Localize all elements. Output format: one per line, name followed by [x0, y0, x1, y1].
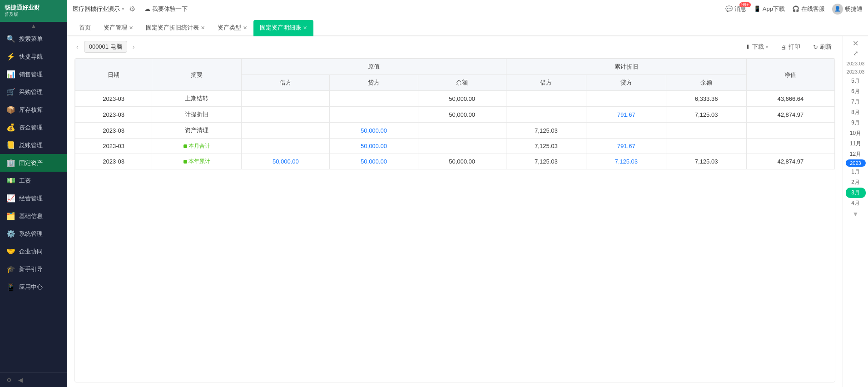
cell-ad-credit: 791.67	[586, 139, 666, 154]
timeline-month[interactable]: 9月	[846, 118, 866, 128]
cell-ov-debit	[242, 107, 330, 123]
asset-detail-table: 日期 摘要 原值 累计折旧 净值 借方 贷方 余额 借方 贷方 余额	[74, 58, 835, 382]
timeline-month[interactable]: 4月	[846, 198, 866, 208]
sidebar-item-purchase[interactable]: 🛒采购管理	[0, 83, 67, 101]
sidebar-icon-guide: 🎓	[6, 265, 15, 273]
cell-summary: 上期结转	[152, 91, 242, 107]
right-panel-close[interactable]: ✕	[853, 39, 858, 48]
tab-depreciation-stats[interactable]: 固定资产折旧统计表 ✕	[139, 20, 211, 36]
timeline-month[interactable]: 12月	[846, 149, 866, 159]
col-accumulated-depreciation: 累计折旧	[506, 59, 746, 75]
cell-ad-credit	[586, 91, 666, 107]
app-download-btn[interactable]: 📱 App下载	[754, 5, 785, 13]
sidebar-label-purchase: 采购管理	[19, 88, 43, 96]
sidebar-item-quicknav[interactable]: ⚡快捷导航	[0, 48, 67, 65]
tab-asset-mgmt[interactable]: 资产管理 ✕	[97, 20, 139, 36]
timeline-month[interactable]: 3月	[846, 188, 866, 198]
sidebar-item-basic[interactable]: 🗂️基础信息	[0, 207, 67, 225]
customer-service-btn[interactable]: 🎧 在线客服	[792, 5, 825, 13]
tab-close-asset-mgmt[interactable]: ✕	[129, 25, 133, 31]
right-panel-expand[interactable]: ⤢	[853, 50, 858, 57]
cell-date: 2023-03	[75, 91, 152, 107]
timeline-month[interactable]: 1月	[846, 167, 866, 177]
username: 畅捷通	[845, 5, 863, 13]
sidebar-label-system: 系统管理	[19, 230, 43, 238]
sidebar-label-collab: 企业协同	[19, 248, 43, 256]
sidebar-icon-inventory: 📦	[6, 105, 15, 114]
col-ad-credit: 贷方	[586, 75, 666, 91]
summary-badge: 本月合计	[184, 142, 210, 150]
cell-net-value	[746, 139, 834, 154]
sidebar-item-search[interactable]: 🔍搜索菜单	[0, 30, 67, 48]
sidebar-item-capital[interactable]: 💰资金管理	[0, 119, 67, 136]
sidebar-item-salary[interactable]: 💵工资	[0, 172, 67, 189]
sidebar-label-capital: 资金管理	[19, 124, 43, 132]
tab-asset-detail[interactable]: 固定资产明细账 ✕	[253, 20, 313, 36]
tab-close-asset-detail[interactable]: ✕	[303, 25, 307, 31]
sidebar-item-sales[interactable]: 📊销售管理	[0, 65, 67, 83]
cell-ad-debit: 7,125.03	[506, 123, 586, 139]
download-btn[interactable]: ⬇ 下载 ▾	[742, 41, 772, 53]
user-menu[interactable]: 👤 畅捷通	[832, 4, 863, 15]
col-ad-balance: 余额	[666, 75, 746, 91]
cell-ad-balance	[666, 123, 746, 139]
sidebar-item-collab[interactable]: 🤝企业协同	[0, 243, 67, 260]
timeline-month[interactable]: 2月	[846, 177, 866, 188]
col-original-value: 原值	[242, 59, 506, 75]
sidebar-item-operations[interactable]: 📈经营管理	[0, 189, 67, 207]
cell-summary: 本月合计	[152, 139, 242, 154]
sidebar-nav: 🔍搜索菜单⚡快捷导航📊销售管理🛒采购管理📦库存核算💰资金管理📒总账管理🏢固定资产…	[0, 30, 67, 296]
sidebar-item-inventory[interactable]: 📦库存核算	[0, 101, 67, 119]
tab-asset-type[interactable]: 资产类型 ✕	[211, 20, 253, 36]
download-icon: ⬇	[745, 44, 750, 50]
asset-next-btn[interactable]: ›	[131, 42, 137, 51]
tab-home[interactable]: 首页	[73, 20, 97, 36]
sidebar-scroll-up[interactable]: ▲	[0, 22, 67, 30]
cell-ad-balance	[666, 139, 746, 154]
timeline-scroll-down[interactable]: ▼	[853, 210, 859, 218]
sidebar-icon-ledger: 📒	[6, 141, 15, 149]
sidebar-label-search: 搜索菜单	[19, 35, 43, 43]
cell-ad-balance: 6,333.36	[666, 91, 746, 107]
table-row: 2023-03 本月合计 50,000.00 7,125.03 791.67	[75, 139, 835, 154]
sidebar-item-system[interactable]: ⚙️系统管理	[0, 225, 67, 243]
sidebar-label-sales: 销售管理	[19, 70, 43, 79]
table-row: 2023-03 计提折旧 50,000.00 791.67 7,125.03 4…	[75, 107, 835, 123]
sidebar-icon-fixed: 🏢	[6, 159, 15, 167]
timeline-month[interactable]: 11月	[846, 139, 866, 149]
timeline-month[interactable]: 7月	[846, 97, 866, 107]
table-row: 2023-03 本年累计 50,000.00 50,000.00 50,000.…	[75, 154, 835, 169]
tab-close-depreciation-stats[interactable]: ✕	[201, 25, 205, 31]
sidebar-icon-apps: 📱	[6, 283, 15, 291]
sidebar-item-ledger[interactable]: 📒总账管理	[0, 136, 67, 154]
sidebar-item-guide[interactable]: 🎓新手引导	[0, 260, 67, 278]
asset-prev-btn[interactable]: ‹	[74, 42, 80, 51]
cell-net-value: 42,874.97	[746, 154, 834, 169]
timeline-month[interactable]: 5月	[846, 76, 866, 86]
sidebar-icon-operations: 📈	[6, 194, 15, 203]
topbar-settings-icon[interactable]: ⚙	[129, 5, 135, 13]
print-btn[interactable]: 🖨 打印	[777, 41, 804, 53]
sidebar-logo: 畅捷通好业财 普及版	[0, 0, 67, 22]
download-dropdown-icon: ▾	[766, 45, 768, 50]
table-row: 2023-03 上期结转 50,000.00 6,333.36 43,666.6…	[75, 91, 835, 107]
sidebar-item-fixed[interactable]: 🏢固定资产	[0, 154, 67, 172]
sidebar-label-quicknav: 快捷导航	[19, 53, 43, 61]
timeline-month[interactable]: 8月	[846, 107, 866, 118]
timeline-year-badge[interactable]: 2023	[846, 159, 866, 167]
tab-close-asset-type[interactable]: ✕	[243, 25, 247, 31]
experience-btn[interactable]: ☁ 我要体验一下	[144, 5, 188, 13]
sidebar-settings-icon[interactable]: ⚙	[6, 377, 12, 383]
timeline-month[interactable]: 6月	[846, 86, 866, 97]
sidebar-collapse-icon[interactable]: ◀	[18, 377, 23, 383]
timeline-month[interactable]: 10月	[846, 128, 866, 139]
notifications-btn[interactable]: 💬 消息 99+	[725, 5, 746, 13]
cell-ov-balance: 50,000.00	[418, 154, 506, 169]
sidebar-icon-collab: 🤝	[6, 247, 15, 256]
sidebar-label-ledger: 总账管理	[19, 141, 43, 149]
sidebar-item-apps[interactable]: 📱应用中心	[0, 278, 67, 296]
col-net-value: 净值	[746, 59, 834, 91]
col-ov-debit: 借方	[242, 75, 330, 91]
company-selector[interactable]: 医疗器械行业演示 ▾	[73, 5, 124, 13]
refresh-btn[interactable]: ↻ 刷新	[809, 41, 835, 53]
